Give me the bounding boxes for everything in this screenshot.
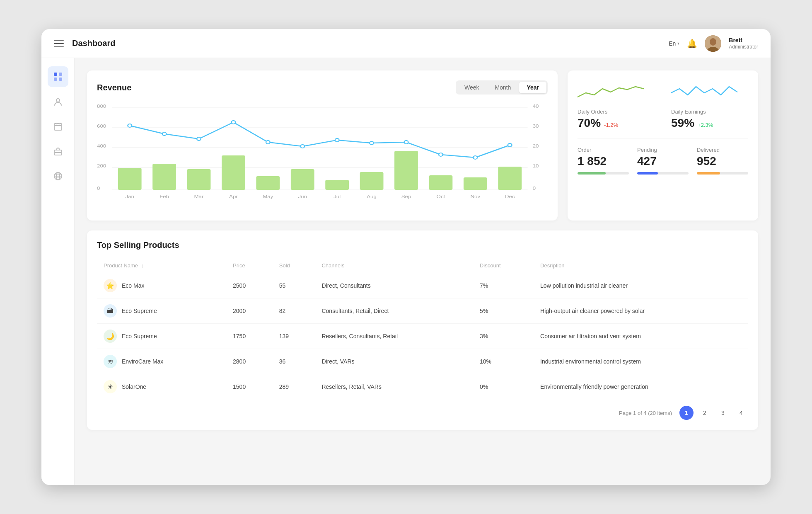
svg-point-46: [128, 124, 132, 127]
page-4-button[interactable]: 4: [734, 406, 748, 420]
product-price: 2000: [226, 298, 273, 324]
app-container: Dashboard En ▾ 🔔 Brett Administrator: [41, 29, 771, 485]
product-price: 2500: [226, 273, 273, 298]
svg-text:10: 10: [533, 163, 539, 169]
daily-orders-delta: -1.2%: [604, 122, 618, 128]
notification-bell-icon[interactable]: 🔔: [687, 39, 697, 48]
daily-earnings-value: 59%: [671, 116, 694, 130]
svg-text:Aug: Aug: [367, 194, 377, 199]
mini-stats-row: Daily Orders 70% -1.2%: [578, 80, 748, 130]
svg-point-48: [197, 137, 201, 141]
svg-point-50: [266, 141, 270, 144]
product-price: 2800: [226, 349, 273, 374]
order-progress-fill: [578, 172, 606, 175]
sidebar-item-contacts[interactable]: [48, 91, 68, 112]
product-description: Industrial environmental control system: [534, 349, 748, 374]
product-channels: Resellers, Retail, VARs: [315, 374, 473, 400]
delivered-value: 952: [697, 155, 748, 168]
svg-text:Jul: Jul: [334, 194, 341, 199]
svg-rect-39: [291, 169, 314, 190]
svg-point-49: [232, 121, 236, 124]
product-name-cell: ⭐ Eco Max: [97, 273, 226, 298]
pending-stat: Pending 427: [637, 147, 689, 175]
delivered-progress-fill: [697, 172, 720, 175]
svg-rect-40: [325, 180, 349, 190]
svg-rect-3: [54, 73, 57, 76]
sidebar: [41, 58, 75, 485]
product-icon: 🌙: [104, 330, 117, 343]
pending-progress-bg: [637, 172, 689, 175]
svg-text:20: 20: [533, 143, 539, 149]
svg-point-47: [162, 132, 167, 136]
table-row: ⭐ Eco Max 2500 55 Direct, Consultants 7%…: [97, 273, 748, 298]
product-name-cell: ≋ EnviroCare Max: [97, 349, 226, 374]
svg-text:0: 0: [97, 186, 100, 191]
pending-value: 427: [637, 155, 689, 168]
svg-text:0: 0: [533, 186, 536, 191]
product-description: Consumer air filtration and vent system: [534, 324, 748, 349]
order-stats-row: Order 1 852 Pending 427: [578, 147, 748, 175]
page-3-button[interactable]: 3: [716, 406, 730, 420]
svg-rect-38: [256, 176, 280, 190]
lang-selector[interactable]: En ▾: [669, 40, 679, 47]
chevron-down-icon: ▾: [677, 41, 679, 46]
daily-earnings-label: Daily Earnings: [671, 109, 748, 115]
pending-label: Pending: [637, 147, 689, 153]
product-name-cell: 🌙 Eco Supreme: [97, 324, 226, 349]
svg-text:Dec: Dec: [505, 194, 515, 199]
revenue-chart: 800 600 400 200 0 40 30 20 10 0: [97, 103, 548, 211]
product-sold: 55: [273, 273, 315, 298]
table-row: ≋ EnviroCare Max 2800 36 Direct, VARs 10…: [97, 349, 748, 374]
daily-orders-label: Daily Orders: [578, 109, 655, 115]
col-description: Desription: [534, 258, 748, 273]
svg-text:400: 400: [97, 143, 106, 149]
product-name: Eco Supreme: [122, 308, 157, 314]
product-icon: ⭐: [104, 279, 117, 292]
svg-rect-42: [394, 151, 418, 190]
tab-year[interactable]: Year: [519, 82, 546, 93]
sidebar-item-calendar[interactable]: [48, 116, 68, 137]
sidebar-item-globe[interactable]: [48, 166, 68, 187]
product-sold: 289: [273, 374, 315, 400]
product-name: Eco Max: [122, 282, 144, 289]
svg-rect-41: [360, 172, 384, 190]
col-sold: Sold: [273, 258, 315, 273]
svg-text:Nov: Nov: [470, 194, 481, 199]
product-channels: Direct, Consultants: [315, 273, 473, 298]
svg-rect-6: [59, 78, 62, 81]
svg-point-7: [56, 99, 60, 102]
svg-text:30: 30: [533, 124, 539, 129]
svg-text:Mar: Mar: [194, 194, 204, 199]
pagination-info: Page 1 of 4 (20 items): [619, 410, 672, 416]
svg-text:600: 600: [97, 124, 106, 129]
sidebar-item-dashboard[interactable]: [48, 66, 68, 87]
page-1-button[interactable]: 1: [679, 406, 694, 420]
svg-text:40: 40: [533, 104, 539, 109]
tab-week[interactable]: Week: [457, 82, 487, 93]
product-channels: Resellers, Consultants, Retail: [315, 324, 473, 349]
product-discount: 10%: [473, 349, 534, 374]
svg-rect-44: [464, 177, 487, 190]
product-discount: 5%: [473, 298, 534, 324]
order-stat: Order 1 852: [578, 147, 629, 175]
product-sold: 36: [273, 349, 315, 374]
divider: [578, 138, 748, 138]
user-info: Brett Administrator: [729, 36, 758, 51]
sidebar-item-briefcase[interactable]: [48, 141, 68, 162]
menu-icon[interactable]: [54, 40, 64, 47]
product-name: SolarOne: [122, 383, 146, 390]
tab-month[interactable]: Month: [487, 82, 518, 93]
period-tabs: Week Month Year: [456, 80, 548, 95]
revenue-card: Revenue Week Month Year 800 600 400: [87, 70, 558, 221]
daily-earnings-value-row: 59% +2.3%: [671, 116, 748, 130]
col-price: Price: [226, 258, 273, 273]
col-product-name[interactable]: Product Name ↓: [97, 258, 226, 273]
table-row: 🌙 Eco Supreme 1750 139 Resellers, Consul…: [97, 324, 748, 349]
delivered-progress-bg: [697, 172, 748, 175]
delivered-stat: Delivered 952: [697, 147, 748, 175]
page-2-button[interactable]: 2: [698, 406, 712, 420]
product-description: Low pollution industrial air cleaner: [534, 273, 748, 298]
daily-earnings-stat: Daily Earnings 59% +2.3%: [671, 80, 748, 130]
svg-rect-34: [118, 168, 142, 190]
product-discount: 0%: [473, 374, 534, 400]
